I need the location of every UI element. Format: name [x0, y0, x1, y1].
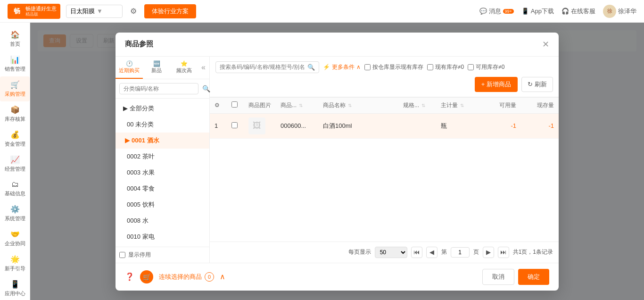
cat-beverage[interactable]: 0005 饮料	[116, 197, 209, 213]
filter-arrow-icon: ∧	[356, 64, 361, 70]
tab-recent-purchase[interactable]: 🕐 近期购买	[116, 57, 143, 79]
col-header-settings[interactable]: ⚙	[210, 97, 227, 113]
sidebar-item-guide[interactable]: 🌟 新手引导	[0, 251, 30, 276]
sidebar-item-basic-info[interactable]: 🗂 基础信息	[0, 176, 30, 201]
sidebar-item-collaboration[interactable]: 🤝 企业协同	[0, 226, 30, 251]
help-icon[interactable]: ❓	[125, 272, 134, 281]
cat-all[interactable]: ▶ 全部分类	[116, 100, 209, 117]
row-unit: 瓶	[436, 113, 474, 138]
message-btn[interactable]: 💬 消息 99+	[479, 7, 514, 16]
row-name: 白酒100ml	[318, 113, 398, 138]
sidebar-item-purchase[interactable]: 🛒 采购管理	[0, 76, 30, 101]
sort-icon: ⇅	[299, 103, 303, 108]
collapse-panel-btn[interactable]: «	[198, 57, 209, 79]
avatar: 徐	[603, 5, 616, 18]
modal-header: 商品参照 ✕	[116, 33, 559, 57]
modal-overlay: 商品参照 ✕ 🕐 近期购买 🆕	[30, 23, 644, 300]
filter-current-stock[interactable]: 现有库存≠0	[427, 63, 464, 71]
col-header-code[interactable]: 商品... ⇅	[276, 97, 318, 113]
arrow-icon: ▶	[123, 105, 128, 112]
cat-appliance[interactable]: 0010 家电	[116, 229, 209, 245]
sort-icon: ⇅	[460, 103, 464, 108]
cat-liquor[interactable]: ▶ 0001 酒水	[116, 133, 209, 149]
sidebar-item-sales[interactable]: 📊 销售管理	[0, 51, 30, 76]
per-page-label: 每页显示	[348, 248, 371, 256]
sidebar-item-finance[interactable]: 💰 资金管理	[0, 126, 30, 151]
select-all-checkbox[interactable]	[231, 101, 238, 108]
add-product-btn[interactable]: + 新增商品	[475, 77, 518, 92]
continuous-select: 连续选择的商品 0	[159, 272, 214, 282]
show-disabled-label[interactable]: 显示停用	[128, 251, 151, 259]
refresh-btn[interactable]: ↻ 刷新	[521, 77, 553, 92]
row-checkbox-cell[interactable]	[227, 113, 244, 138]
cat-snack[interactable]: 0004 零食	[116, 181, 209, 197]
col-header-spec[interactable]: 规格... ⇅	[398, 97, 436, 113]
product-image: 🖼	[248, 117, 265, 134]
cancel-btn[interactable]: 取消	[482, 269, 514, 285]
cart-icon[interactable]: 🛒	[140, 270, 153, 283]
col-header-unit[interactable]: 主计量 ⇅	[436, 97, 474, 113]
filter-icon: ⚡	[323, 64, 330, 70]
sidebar-item-apps[interactable]: 📱 应用中心	[0, 276, 30, 300]
last-page-btn[interactable]: ⏭	[498, 247, 509, 258]
filter-warehouse-stock[interactable]: 按仓库显示现有库存	[364, 63, 423, 71]
message-icon: 💬	[479, 8, 487, 15]
product-reference-modal: 商品参照 ✕ 🕐 近期购买 🆕	[116, 33, 559, 291]
search-icon[interactable]: 🔍	[307, 64, 315, 71]
sales-icon: 📊	[10, 55, 20, 64]
tab-new-product[interactable]: 🆕 新品	[143, 57, 170, 79]
warehouse-stock-checkbox[interactable]	[364, 64, 371, 70]
sidebar-item-operations[interactable]: 📈 经营管理	[0, 151, 30, 176]
category-footer: 显示停用	[116, 247, 209, 263]
collapse-icon[interactable]: ∧	[220, 272, 225, 281]
brand-dropdown[interactable]: 日太阳膜 ▼	[66, 5, 123, 18]
settings-icon[interactable]: ⚙	[128, 5, 139, 17]
cat-fruit[interactable]: 0003 水果	[116, 165, 209, 181]
operations-icon: 📈	[10, 155, 20, 164]
cat-uncategorized[interactable]: 00 未分类	[116, 117, 209, 133]
sidebar-item-home[interactable]: 🏠 首页	[0, 26, 30, 51]
close-icon[interactable]: ✕	[542, 39, 549, 50]
current-stock-checkbox[interactable]	[427, 64, 433, 70]
more-filter-btn[interactable]: ⚡ 更多条件 ∧	[323, 63, 361, 71]
user-menu[interactable]: 徐 徐泽华	[603, 5, 636, 18]
col-header-check[interactable]	[227, 97, 244, 113]
product-search-input[interactable]	[220, 64, 305, 70]
message-badge: 99+	[503, 9, 514, 14]
cat-water[interactable]: 0008 水	[116, 213, 209, 229]
app-download-btn[interactable]: 📱 App下载	[521, 7, 554, 16]
star-icon: ⭐	[172, 60, 196, 67]
category-search-input[interactable]	[119, 83, 198, 94]
available-stock-checkbox[interactable]	[468, 64, 474, 70]
tab-frequent[interactable]: ⭐ 频次高	[170, 57, 198, 79]
page-input[interactable]	[451, 247, 470, 258]
row-checkbox[interactable]	[231, 122, 238, 128]
category-list: ▶ 全部分类 00 未分类 ▶ 0001 酒水 0002 茶	[116, 99, 209, 247]
product-search-box: 🔍	[215, 61, 319, 73]
brand-name: 日太阳膜	[70, 7, 95, 16]
page-info: 共1页，1条记录	[513, 248, 553, 256]
industry-btn[interactable]: 体验行业方案	[144, 4, 196, 18]
category-tabs: 🕐 近期购买 🆕 新品 ⭐ 频次高 «	[116, 57, 209, 79]
next-page-btn[interactable]: ▶	[483, 247, 494, 258]
user-name: 徐泽华	[618, 7, 636, 16]
per-page-select[interactable]: 50 20 100	[375, 247, 407, 258]
collaboration-icon: 🤝	[10, 230, 20, 239]
modal-title: 商品参照	[125, 40, 153, 49]
new-icon: 🆕	[145, 60, 168, 67]
sidebar-item-system[interactable]: ⚙️ 系统管理	[0, 201, 30, 226]
first-page-btn[interactable]: ⏮	[411, 247, 422, 258]
show-disabled-checkbox[interactable]	[119, 252, 125, 258]
table-row[interactable]: 1 🖼 000600... 白酒100ml	[210, 113, 559, 138]
sidebar-item-inventory[interactable]: 📦 库存核算	[0, 101, 30, 126]
continuous-label: 连续选择的商品	[159, 273, 202, 281]
apps-icon: 📱	[10, 280, 20, 289]
service-btn[interactable]: 🎧 在线客服	[561, 7, 595, 16]
prev-page-btn[interactable]: ◀	[426, 247, 438, 258]
filter-available-stock[interactable]: 可用库存≠0	[468, 63, 504, 71]
col-header-name[interactable]: 商品名称 ⇅	[318, 97, 398, 113]
cat-tea[interactable]: 0002 茶叶	[116, 149, 209, 165]
headset-icon: 🎧	[561, 8, 569, 15]
filter-conditions: 按仓库显示现有库存 现有库存≠0 可用库存≠0	[364, 63, 505, 71]
confirm-btn[interactable]: 确定	[518, 269, 549, 285]
